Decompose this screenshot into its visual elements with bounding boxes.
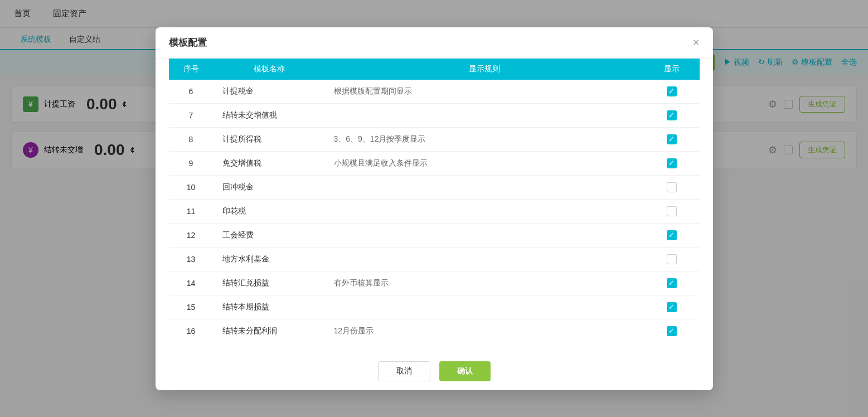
cell-index: 8 bbox=[169, 127, 214, 151]
modal-overlay: 模板配置 × 序号 模板名称 显示规则 显示 6计提税金根据模版配置期间显 bbox=[0, 0, 868, 417]
table-row: 9免交增值税小规模且满足收入条件显示✓ bbox=[169, 151, 700, 175]
table-header-row: 序号 模板名称 显示规则 显示 bbox=[169, 59, 700, 80]
cell-index: 11 bbox=[169, 199, 214, 223]
cell-checkbox[interactable]: ✓ bbox=[644, 80, 700, 104]
col-header-name: 模板名称 bbox=[214, 59, 325, 80]
checkbox-checked[interactable]: ✓ bbox=[667, 302, 677, 312]
cell-index: 9 bbox=[169, 151, 214, 175]
modal-body: 序号 模板名称 显示规则 显示 6计提税金根据模版配置期间显示✓7结转未交增值税… bbox=[156, 59, 713, 352]
cell-rule bbox=[325, 175, 644, 199]
cell-checkbox[interactable]: ✓ bbox=[644, 223, 700, 247]
table-row: 11印花税 bbox=[169, 199, 700, 223]
checkbox-checked[interactable]: ✓ bbox=[667, 278, 677, 288]
cell-index: 10 bbox=[169, 175, 214, 199]
cell-name: 工会经费 bbox=[214, 223, 325, 247]
cell-checkbox[interactable]: ✓ bbox=[644, 295, 700, 319]
checkbox-checked[interactable]: ✓ bbox=[667, 326, 677, 336]
cell-name: 地方水利基金 bbox=[214, 247, 325, 271]
cancel-button[interactable]: 取消 bbox=[378, 361, 430, 381]
table-body: 6计提税金根据模版配置期间显示✓7结转未交增值税✓8计提所得税3、6、9、12月… bbox=[169, 80, 700, 343]
cell-rule bbox=[325, 223, 644, 247]
cell-name: 结转汇兑损益 bbox=[214, 271, 325, 295]
cell-name: 回冲税金 bbox=[214, 175, 325, 199]
cell-checkbox[interactable] bbox=[644, 199, 700, 223]
modal-title: 模板配置 bbox=[169, 36, 207, 49]
cell-index: 12 bbox=[169, 223, 214, 247]
cell-checkbox[interactable] bbox=[644, 247, 700, 271]
cell-checkbox[interactable]: ✓ bbox=[644, 151, 700, 175]
cell-rule: 小规模且满足收入条件显示 bbox=[325, 151, 644, 175]
table-scroll: 序号 模板名称 显示规则 显示 6计提税金根据模版配置期间显示✓7结转未交增值税… bbox=[169, 59, 700, 343]
cell-rule: 3、6、9、12月按季度显示 bbox=[325, 127, 644, 151]
cell-index: 13 bbox=[169, 247, 214, 271]
checkbox-unchecked[interactable] bbox=[667, 254, 677, 264]
table-row: 8计提所得税3、6、9、12月按季度显示✓ bbox=[169, 127, 700, 151]
checkbox-checked[interactable]: ✓ bbox=[667, 110, 677, 120]
table-row: 12工会经费✓ bbox=[169, 223, 700, 247]
checkbox-checked[interactable]: ✓ bbox=[667, 158, 677, 168]
cell-name: 结转未交增值税 bbox=[214, 103, 325, 127]
cell-index: 15 bbox=[169, 295, 214, 319]
cell-name: 印花税 bbox=[214, 199, 325, 223]
col-header-display: 显示 bbox=[644, 59, 700, 80]
cell-index: 16 bbox=[169, 319, 214, 343]
cell-checkbox[interactable]: ✓ bbox=[644, 271, 700, 295]
cell-rule bbox=[325, 199, 644, 223]
cell-checkbox[interactable]: ✓ bbox=[644, 319, 700, 343]
cell-name: 计提所得税 bbox=[214, 127, 325, 151]
cell-rule: 根据模版配置期间显示 bbox=[325, 80, 644, 104]
cell-rule: 有外币核算显示 bbox=[325, 271, 644, 295]
checkbox-checked[interactable]: ✓ bbox=[667, 134, 677, 144]
cell-name: 结转未分配利润 bbox=[214, 319, 325, 343]
table-row: 16结转未分配利润12月份显示✓ bbox=[169, 319, 700, 343]
table-row: 13地方水利基金 bbox=[169, 247, 700, 271]
checkbox-checked[interactable]: ✓ bbox=[667, 230, 677, 240]
confirm-button[interactable]: 确认 bbox=[439, 361, 491, 381]
cell-checkbox[interactable] bbox=[644, 175, 700, 199]
cell-checkbox[interactable]: ✓ bbox=[644, 127, 700, 151]
cell-name: 计提税金 bbox=[214, 80, 325, 104]
cell-rule bbox=[325, 103, 644, 127]
modal-close-button[interactable]: × bbox=[693, 37, 700, 48]
table-row: 7结转未交增值税✓ bbox=[169, 103, 700, 127]
table-row: 15结转本期损益✓ bbox=[169, 295, 700, 319]
cell-rule: 12月份显示 bbox=[325, 319, 644, 343]
cell-rule bbox=[325, 247, 644, 271]
cell-index: 6 bbox=[169, 80, 214, 104]
table-row: 14结转汇兑损益有外币核算显示✓ bbox=[169, 271, 700, 295]
modal-header: 模板配置 × bbox=[156, 27, 713, 59]
col-header-index: 序号 bbox=[169, 59, 214, 80]
checkbox-checked[interactable]: ✓ bbox=[667, 86, 677, 96]
config-table: 序号 模板名称 显示规则 显示 6计提税金根据模版配置期间显示✓7结转未交增值税… bbox=[169, 59, 700, 343]
cell-name: 免交增值税 bbox=[214, 151, 325, 175]
col-header-rule: 显示规则 bbox=[325, 59, 644, 80]
checkbox-unchecked[interactable] bbox=[667, 206, 677, 216]
cell-rule bbox=[325, 295, 644, 319]
cell-index: 14 bbox=[169, 271, 214, 295]
cell-index: 7 bbox=[169, 103, 214, 127]
cell-checkbox[interactable]: ✓ bbox=[644, 103, 700, 127]
modal-template-config: 模板配置 × 序号 模板名称 显示规则 显示 6计提税金根据模版配置期间显 bbox=[156, 27, 713, 390]
table-row: 10回冲税金 bbox=[169, 175, 700, 199]
checkbox-unchecked[interactable] bbox=[667, 182, 677, 192]
modal-footer: 取消 确认 bbox=[156, 352, 713, 390]
cell-name: 结转本期损益 bbox=[214, 295, 325, 319]
table-row: 6计提税金根据模版配置期间显示✓ bbox=[169, 80, 700, 104]
